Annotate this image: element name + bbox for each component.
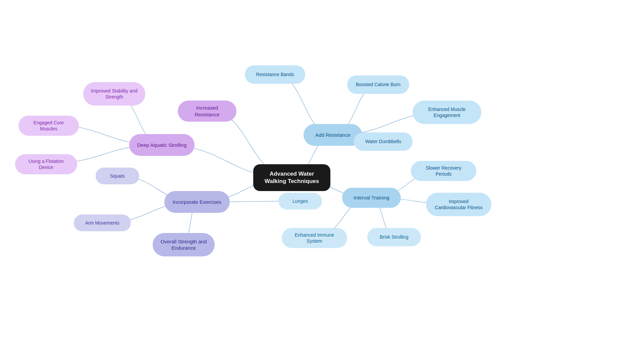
node-improved_stability[interactable]: Improved Stability and Strength	[83, 82, 145, 106]
node-improved_cardio[interactable]: Improved Cardiovascular Fitness	[426, 193, 491, 216]
node-increased_resistance[interactable]: Increased Resistance	[178, 101, 236, 122]
node-center[interactable]: Advanced Water Walking Techniques	[253, 164, 330, 191]
node-enhanced_immune[interactable]: Enhanced Immune System	[282, 228, 347, 248]
node-deep_aquatic[interactable]: Deep Aquatic Strolling	[129, 134, 195, 156]
node-slower_recovery[interactable]: Slower Recovery Periods	[411, 161, 476, 181]
node-engaged_core[interactable]: Engaged Core Muscles	[18, 116, 79, 136]
node-resistance_bands[interactable]: Resistance Bands	[245, 65, 305, 84]
node-boosted_calorie[interactable]: Boosted Calorie Burn	[347, 75, 409, 94]
node-interval_training[interactable]: Interval Training	[342, 188, 401, 208]
node-arm_movements[interactable]: Arm Movements	[74, 215, 131, 231]
node-brisk_strolling[interactable]: Brisk Strolling	[367, 228, 421, 246]
node-incorporate_exercises[interactable]: Incorporate Exercises	[164, 191, 230, 213]
node-overall_strength[interactable]: Overall Strength and Endurance	[153, 233, 215, 256]
node-squats[interactable]: Squats	[96, 168, 139, 184]
node-add_resistance[interactable]: Add Resistance	[304, 124, 362, 146]
mindmap-container: Advanced Water Walking TechniquesDeep Aq…	[0, 0, 644, 363]
node-enhanced_muscle[interactable]: Enhanced Muscle Engagement	[413, 101, 481, 124]
node-flotation[interactable]: Using a Flotation Device	[15, 154, 77, 174]
node-water_dumbbells[interactable]: Water Dumbbells	[354, 132, 413, 151]
node-lunges[interactable]: Lunges	[278, 193, 322, 209]
